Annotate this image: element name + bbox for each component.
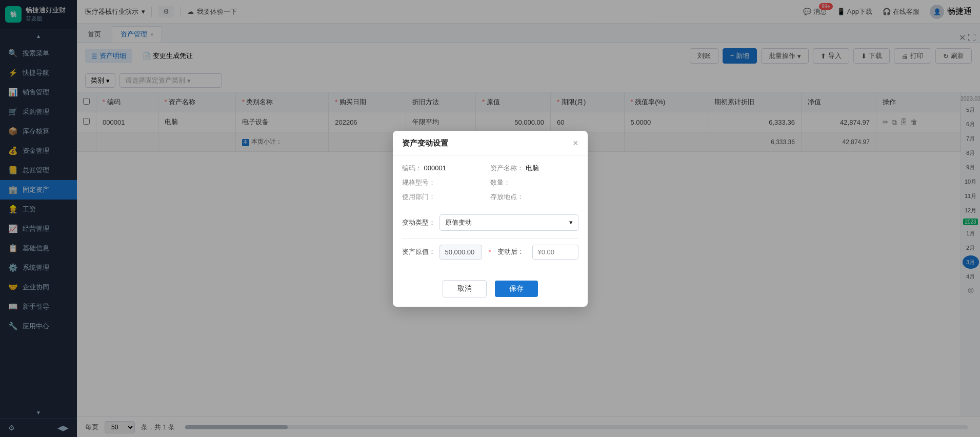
change-type-field: 变动类型： 原值变动 ▾ — [402, 214, 578, 231]
change-type-chevron-icon: ▾ — [569, 218, 573, 226]
original-value-field: 资产原值： 50,000.00 * 变动后： — [402, 245, 578, 260]
change-type-value: 原值变动 — [445, 218, 472, 227]
dialog-location-field: 存放地点： — [490, 192, 578, 202]
asset-change-dialog: 资产变动设置 × 编码： 000001 资产名称： 电脑 规格型号： 数量： — [393, 131, 588, 307]
change-type-select[interactable]: 原值变动 ▾ — [439, 214, 578, 231]
name-label: 资产名称： — [490, 164, 524, 173]
qty-label: 数量： — [490, 178, 510, 187]
dialog-code-field: 编码： 000001 — [402, 164, 490, 173]
code-label: 编码： — [402, 164, 422, 173]
dialog-close-btn[interactable]: × — [573, 138, 578, 149]
dept-label: 使用部门： — [402, 192, 435, 202]
name-value: 电脑 — [526, 164, 539, 173]
dialog-divider1 — [402, 208, 578, 208]
dialog-info-grid: 编码： 000001 资产名称： 电脑 规格型号： 数量： 使用部门： — [402, 164, 578, 202]
dialog-divider2 — [402, 238, 578, 239]
dialog-spec-field: 规格型号： — [402, 178, 490, 187]
dialog-dept-field: 使用部门： — [402, 192, 490, 202]
dialog-title: 资产变动设置 — [402, 138, 448, 148]
dialog-actions: 取消 保存 — [393, 275, 588, 307]
modal-overlay: 资产变动设置 × 编码： 000001 资产名称： 电脑 规格型号： 数量： — [0, 0, 980, 437]
spec-label: 规格型号： — [402, 178, 435, 187]
required-star: * — [488, 248, 491, 256]
after-value-input[interactable] — [532, 245, 578, 260]
dialog-qty-field: 数量： — [490, 178, 578, 187]
cancel-button[interactable]: 取消 — [443, 280, 487, 297]
dialog-header: 资产变动设置 × — [393, 131, 588, 155]
code-value: 000001 — [424, 164, 446, 172]
after-label: 变动后： — [497, 247, 528, 256]
dialog-body: 编码： 000001 资产名称： 电脑 规格型号： 数量： 使用部门： — [393, 155, 588, 275]
save-button[interactable]: 保存 — [495, 281, 538, 297]
dialog-name-field: 资产名称： 电脑 — [490, 164, 578, 173]
location-label: 存放地点： — [490, 192, 524, 202]
change-type-label: 变动类型： — [402, 218, 435, 227]
original-value-label: 资产原值： — [402, 247, 435, 256]
original-value-display: 50,000.00 — [439, 245, 483, 260]
